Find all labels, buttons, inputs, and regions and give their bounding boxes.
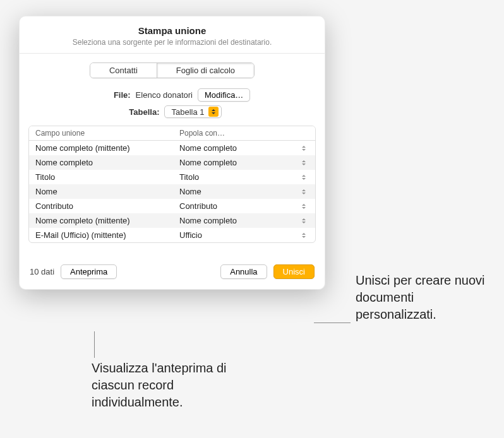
source-segmented-control: Contatti Foglio di calcolo [20, 54, 325, 85]
merge-field-cell: Nome completo (mittente) [35, 216, 179, 225]
file-label: File: [94, 90, 131, 100]
populate-value: Ufficio [179, 230, 202, 240]
table-select-value: Tabella 1 [171, 107, 204, 117]
table-row[interactable]: Nome completo (mittente)Nome completo [29, 213, 315, 228]
file-row: File: Elenco donatori Modifica… [20, 88, 325, 102]
dialog-subtitle: Seleziona una sorgente per le informazio… [32, 38, 312, 47]
table-row[interactable]: Nome completo (mittente)Nome completo [29, 141, 315, 155]
table-label: Tabella: [123, 107, 159, 117]
merge-field-cell: Titolo [35, 172, 179, 182]
populate-value: Nome completo [179, 158, 237, 167]
populate-value: Nome completo [179, 143, 237, 153]
col-merge-field: Campo unione [35, 129, 179, 138]
merge-button[interactable]: Unisci [273, 264, 315, 279]
cancel-button[interactable]: Annulla [220, 264, 267, 279]
merge-field-cell: Nome completo [35, 158, 179, 167]
chevron-updown-icon [208, 107, 219, 117]
populate-cell[interactable]: Titolo [179, 172, 309, 182]
populate-value: Nome [179, 187, 201, 196]
populate-cell[interactable]: Nome completo [179, 143, 309, 153]
merge-field-cell: Nome completo (mittente) [35, 143, 179, 153]
table-row[interactable]: ContributoContributo [29, 199, 315, 213]
dialog-footer: 10 dati Anteprima Annulla Unisci [20, 246, 325, 289]
chevron-updown-icon [300, 173, 308, 182]
mail-merge-dialog: Stampa unione Seleziona una sorgente per… [19, 16, 325, 290]
chevron-updown-icon [300, 158, 308, 167]
populate-cell[interactable]: Nome completo [179, 216, 309, 225]
field-mapping-table: Campo unione Popola con… Nome completo (… [28, 126, 316, 243]
merge-field-cell: E-Mail (Ufficio) (mittente) [35, 230, 179, 240]
table-row: Tabella: Tabella 1 [20, 105, 325, 118]
table-body[interactable]: Nome completo (mittente)Nome completoNom… [29, 141, 315, 242]
callout-line [314, 323, 351, 323]
table-row[interactable]: TitoloTitolo [29, 170, 315, 184]
table-row[interactable]: NomeNome [29, 184, 315, 199]
tab-contacts[interactable]: Contatti [90, 63, 157, 78]
merge-field-cell: Contributo [35, 201, 179, 211]
populate-value: Titolo [179, 172, 199, 182]
modify-file-button[interactable]: Modifica… [198, 88, 250, 102]
chevron-updown-icon [300, 231, 308, 240]
callout-merge: Unisci per creare nuovi documenti person… [356, 272, 495, 323]
record-count: 10 dati [30, 267, 54, 276]
col-populate-with: Popola con… [179, 129, 309, 138]
file-value: Elenco donatori [136, 90, 193, 100]
callout-line [94, 331, 95, 358]
table-row[interactable]: E-Mail (Ufficio) (mittente)Ufficio [29, 228, 315, 242]
preview-button[interactable]: Anteprima [61, 264, 117, 279]
table-header: Campo unione Popola con… [29, 126, 315, 141]
populate-cell[interactable]: Contributo [179, 201, 309, 211]
chevron-updown-icon [300, 187, 308, 196]
populate-value: Nome completo [179, 216, 237, 225]
chevron-updown-icon [300, 216, 308, 225]
populate-value: Contributo [179, 201, 217, 211]
populate-cell[interactable]: Nome completo [179, 158, 309, 167]
callout-preview: Visualizza l'anteprima di ciascun record… [92, 360, 256, 411]
dialog-header: Stampa unione Seleziona una sorgente per… [20, 16, 325, 54]
table-select[interactable]: Tabella 1 [164, 105, 221, 118]
table-row[interactable]: Nome completoNome completo [29, 155, 315, 170]
dialog-title: Stampa unione [32, 25, 312, 36]
populate-cell[interactable]: Ufficio [179, 230, 309, 240]
chevron-updown-icon [300, 144, 308, 153]
merge-field-cell: Nome [35, 187, 179, 196]
tab-spreadsheet[interactable]: Foglio di calcolo [157, 63, 254, 78]
populate-cell[interactable]: Nome [179, 187, 309, 196]
chevron-updown-icon [300, 202, 308, 211]
